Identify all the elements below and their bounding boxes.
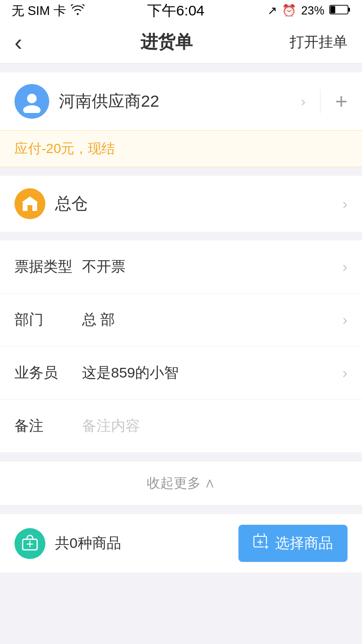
battery-label: 23%: [301, 4, 324, 17]
salesperson-row[interactable]: 业务员 这是859的小智 ›: [0, 347, 362, 400]
supplier-section: 河南供应商22 › + 应付-20元，现结: [0, 72, 362, 167]
status-left: 无 SIM 卡: [12, 2, 84, 19]
svg-rect-2: [330, 6, 335, 13]
supplier-row[interactable]: 河南供应商22 › +: [0, 72, 362, 130]
product-count-label: 共0种商品: [55, 533, 121, 553]
invoice-type-chevron-icon: ›: [342, 258, 348, 276]
add-supplier-button[interactable]: +: [335, 91, 348, 112]
vertical-divider: [320, 89, 320, 113]
section-divider-1: [0, 64, 362, 72]
warehouse-chevron-icon: ›: [342, 195, 348, 213]
alarm-icon: ⏰: [282, 4, 296, 17]
svg-point-3: [27, 94, 37, 103]
battery-icon: [329, 3, 350, 18]
warehouse-name: 总仓: [55, 193, 342, 215]
supplier-name: 河南供应商22: [59, 90, 301, 112]
select-product-icon: [253, 533, 269, 553]
supplier-avatar: [14, 84, 49, 119]
invoice-type-value: 不开票: [82, 257, 342, 277]
remark-label: 备注: [14, 416, 82, 436]
supplier-chevron-icon: ›: [301, 93, 306, 110]
open-pending-button[interactable]: 打开挂单: [290, 32, 348, 52]
back-button[interactable]: ‹: [14, 29, 43, 56]
product-left: 共0种商品: [14, 528, 121, 559]
status-bar: 无 SIM 卡 下午6:04 ↗ ⏰ 23%: [0, 0, 362, 21]
svg-marker-6: [22, 196, 38, 202]
department-value: 总 部: [82, 310, 342, 330]
invoice-type-row[interactable]: 票据类型 不开票 ›: [0, 240, 362, 294]
salesperson-label: 业务员: [14, 363, 82, 383]
salesperson-value: 这是859的小智: [82, 363, 342, 383]
product-icon-bg: [14, 528, 45, 559]
wifi-icon: [71, 3, 84, 18]
collapse-label: 收起更多 ∧: [147, 474, 216, 492]
notice-banner: 应付-20元，现结: [0, 130, 362, 167]
department-chevron-icon: ›: [342, 311, 348, 329]
collapse-row[interactable]: 收起更多 ∧: [0, 461, 362, 505]
form-section: 票据类型 不开票 › 部门 总 部 › 业务员 这是859的小智 › 备注 备注…: [0, 240, 362, 452]
warehouse-icon-bg: [14, 188, 45, 219]
carrier-label: 无 SIM 卡: [12, 2, 66, 19]
svg-point-4: [23, 105, 41, 113]
notice-text: 应付-20元，现结: [14, 141, 115, 156]
select-product-button[interactable]: 选择商品: [238, 525, 348, 562]
footer-area: [0, 573, 362, 644]
page-title: 进货单: [140, 30, 193, 54]
product-bar: 共0种商品 选择商品: [0, 514, 362, 573]
remark-input[interactable]: 备注内容: [82, 416, 348, 436]
svg-rect-7: [28, 205, 32, 211]
svg-rect-1: [348, 8, 350, 12]
status-right: ↗ ⏰ 23%: [267, 3, 350, 18]
location-icon: ↗: [267, 4, 277, 17]
nav-bar: ‹ 进货单 打开挂单: [0, 21, 362, 64]
department-label: 部门: [14, 310, 82, 330]
salesperson-chevron-icon: ›: [342, 364, 348, 382]
select-product-label: 选择商品: [275, 533, 333, 553]
warehouse-row[interactable]: 总仓 ›: [0, 176, 362, 232]
status-time: 下午6:04: [147, 1, 204, 21]
invoice-type-label: 票据类型: [14, 257, 82, 277]
remark-row[interactable]: 备注 备注内容: [0, 400, 362, 452]
department-row[interactable]: 部门 总 部 ›: [0, 294, 362, 347]
